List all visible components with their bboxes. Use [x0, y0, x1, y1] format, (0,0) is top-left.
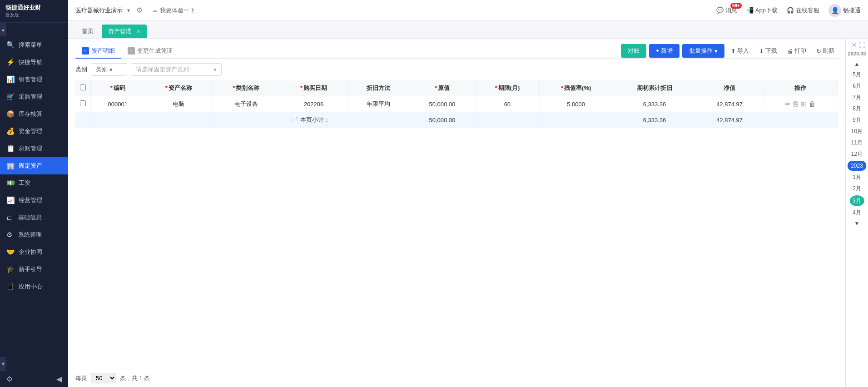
sub-tab-asset-detail[interactable]: ≡ 资产明细 — [75, 44, 121, 59]
cal-year-2023[interactable]: 2023 — [848, 161, 866, 171]
pagination: 每页 50 10 20 100 条，共 1 条 — [75, 369, 838, 387]
cal-month-1[interactable]: 1月 — [846, 172, 868, 183]
sidebar-item-label: 应用中心 — [19, 283, 42, 291]
enterprise-icon: 🤝 — [6, 248, 15, 256]
sidebar-item-sales[interactable]: 📊 销售管理 — [0, 71, 68, 88]
sidebar-item-ledger[interactable]: 📋 总账管理 — [0, 140, 68, 157]
cal-month-2[interactable]: 2月 — [846, 183, 868, 194]
online-service-btn[interactable]: 🎧 在线客服 — [787, 6, 819, 15]
messages-btn[interactable]: 💬 消息 99+ — [716, 6, 737, 15]
new-button[interactable]: + 新增 — [649, 44, 680, 58]
row-checkbox[interactable] — [80, 100, 86, 106]
settings-icon[interactable]: ⚙ — [6, 375, 13, 383]
sidebar-item-system[interactable]: ⚙ 系统管理 — [0, 226, 68, 243]
sidebar-item-label: 资金管理 — [19, 127, 42, 135]
cal-month-6[interactable]: 6月 — [846, 80, 868, 92]
sidebar-item-basic-info[interactable]: 🗂 基础信息 — [0, 209, 68, 226]
sidebar-scroll-down[interactable]: ▼ — [0, 357, 6, 371]
select-all-checkbox[interactable] — [80, 84, 86, 90]
right-panel-expand-icon[interactable]: ⛶ — [859, 41, 865, 49]
sidebar-item-fixed-assets[interactable]: 🏢 固定资产 — [0, 157, 68, 174]
message-icon: 💬 — [716, 7, 724, 14]
cal-month-4[interactable]: 4月 — [846, 207, 868, 218]
per-page-select[interactable]: 50 10 20 100 — [91, 373, 116, 383]
batch-button[interactable]: 批量操作 ▾ — [682, 44, 724, 58]
sidebar-item-funds[interactable]: 💰 资金管理 — [0, 123, 68, 140]
right-panel-close-icon[interactable]: ✕ — [852, 41, 857, 49]
sidebar-item-label: 采购管理 — [19, 93, 42, 101]
sidebar-item-app-center[interactable]: 📱 应用中心 — [0, 278, 68, 295]
tab-home-label: 首页 — [82, 28, 94, 35]
refresh-button[interactable]: ↻ 刷新 — [813, 45, 838, 57]
sidebar-item-label: 基础信息 — [18, 213, 42, 222]
collapse-sidebar-icon[interactable]: ◀ — [56, 375, 62, 383]
sidebar-item-inventory[interactable]: 📦 库存核算 — [0, 105, 68, 123]
tab-asset-management[interactable]: 资产管理 ✕ — [102, 25, 147, 38]
funds-icon: 💰 — [6, 127, 15, 135]
tab-close-icon[interactable]: ✕ — [136, 29, 140, 34]
sidebar-item-label: 总账管理 — [19, 144, 42, 153]
refresh-label: 刷新 — [823, 47, 834, 55]
th-purchase-date: *购买日期 — [280, 80, 347, 96]
app-download-btn[interactable]: 📲 App下载 — [746, 6, 778, 15]
cal-month-7[interactable]: 7月 — [846, 92, 868, 103]
payroll-icon: 💵 — [6, 179, 15, 187]
sidebar-item-quick-nav[interactable]: ⚡ 快捷导航 — [0, 54, 68, 71]
cal-month-9[interactable]: 9月 — [846, 114, 868, 126]
edit-icon[interactable]: ✏ — [785, 100, 791, 108]
sidebar-item-purchase[interactable]: 🛒 采购管理 — [0, 88, 68, 105]
sidebar-item-payroll[interactable]: 💵 工资 — [0, 174, 68, 192]
reconcile-button[interactable]: 对账 — [621, 44, 646, 58]
category-type-select[interactable]: 类别 ▾ — [91, 63, 127, 76]
batch-arrow-icon: ▾ — [714, 48, 718, 55]
cal-month-5[interactable]: 5月 — [846, 69, 868, 80]
fixed-assets-icon: 🏢 — [6, 162, 15, 170]
cal-month-12[interactable]: 12月 — [846, 149, 868, 160]
sidebar-item-enterprise[interactable]: 🤝 企业协同 — [0, 243, 68, 261]
right-panel-date-label: 2023.03 — [848, 50, 866, 59]
sidebar-item-label: 企业协同 — [19, 248, 42, 256]
row-category: 电子设备 — [213, 96, 280, 112]
sidebar-bottom: ⚙ ◀ — [0, 371, 68, 387]
copy-icon[interactable]: ⎘ — [794, 100, 798, 108]
cal-month-scroll-down[interactable]: ▼ — [846, 218, 868, 228]
share-icon[interactable]: ⊞ — [800, 100, 806, 108]
print-icon: 🖨 — [787, 48, 793, 55]
cal-month-3-active[interactable]: 3月 — [850, 195, 864, 206]
category-value-select[interactable]: 请选择固定资产类别 ▾ — [131, 63, 222, 76]
experience-btn[interactable]: ☁ 我要体验一下 — [152, 6, 195, 15]
sales-icon: 📊 — [6, 75, 15, 84]
cal-month-scroll-up[interactable]: ▲ — [846, 59, 868, 69]
cal-month-10[interactable]: 10月 — [846, 126, 868, 137]
cal-month-11[interactable]: 11月 — [846, 137, 868, 149]
download-button[interactable]: ⬇ 下载 — [755, 45, 781, 57]
reconcile-label: 对账 — [628, 47, 640, 55]
topbar-right: 💬 消息 99+ 📲 App下载 🎧 在线客服 👤 畅捷通 — [716, 4, 861, 17]
sub-tab-change-voucher-label: 变更生成凭证 — [137, 47, 173, 55]
sidebar-item-search[interactable]: 🔍 搜索菜单 — [0, 36, 68, 54]
user-menu[interactable]: 👤 畅捷通 — [828, 4, 861, 17]
th-period: *期限(月) — [476, 80, 540, 96]
row-checkbox-cell[interactable] — [75, 96, 91, 112]
cal-month-8[interactable]: 8月 — [846, 103, 868, 114]
import-button[interactable]: ⬆ 导入 — [727, 45, 753, 57]
sidebar-item-operations[interactable]: 📈 经营管理 — [0, 192, 68, 209]
sidebar-item-label: 库存核算 — [19, 110, 42, 118]
sidebar-item-guide[interactable]: 🎓 新手引导 — [0, 261, 68, 278]
messages-badge: 99+ — [730, 3, 742, 9]
delete-icon[interactable]: 🗑 — [809, 100, 816, 108]
print-button[interactable]: 🖨 打印 — [784, 45, 810, 57]
company-dropdown-icon[interactable]: ▾ — [127, 7, 130, 14]
tab-home[interactable]: 首页 — [75, 25, 100, 38]
tab-asset-management-label: 资产管理 — [108, 28, 132, 35]
sidebar-item-label: 销售管理 — [19, 75, 42, 84]
print-label: 打印 — [794, 47, 806, 55]
sub-tab-change-voucher[interactable]: ≡ 变更生成凭证 — [121, 44, 179, 59]
subtotal-empty-name — [145, 112, 213, 128]
settings-gear-icon[interactable]: ⚙ — [136, 6, 143, 15]
sub-tabs: ≡ 资产明细 ≡ 变更生成凭证 对账 + 新增 批量操作 — [75, 44, 838, 59]
sidebar-scroll-up[interactable]: ▲ — [0, 23, 6, 36]
filter-row: 类别 类别 ▾ 请选择固定资产类别 ▾ — [75, 63, 838, 76]
th-action: 操作 — [763, 80, 838, 96]
th-category: *类别名称 — [213, 80, 280, 96]
